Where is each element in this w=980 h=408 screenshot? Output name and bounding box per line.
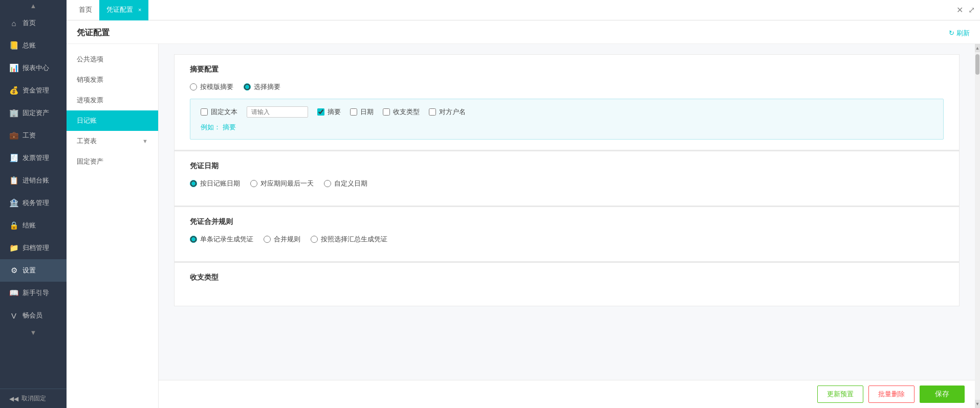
merge-rule-label: 合并规则 bbox=[274, 235, 300, 244]
counterpart-input[interactable] bbox=[429, 108, 436, 116]
sidebar-item-archive[interactable]: 📁归档管理 bbox=[0, 237, 67, 259]
sidebar-item-guide[interactable]: 📖新手引导 bbox=[0, 282, 67, 304]
counterpart-check[interactable]: 对方户名 bbox=[429, 107, 466, 117]
batch-delete-btn[interactable]: 批量删除 bbox=[868, 386, 914, 403]
select-mode-input[interactable] bbox=[244, 83, 251, 90]
sidebar-item-settings[interactable]: ⚙设置 bbox=[0, 259, 67, 282]
by-selection-radio[interactable]: 按照选择汇总生成凭证 bbox=[311, 235, 387, 244]
sidebar-item-funds[interactable]: 💰资金管理 bbox=[0, 79, 67, 102]
merge-rule-radio[interactable]: 合并规则 bbox=[264, 235, 300, 244]
bottom-bar: 更新预置 批量删除 保存 bbox=[159, 380, 975, 408]
summary-checkbox-row: 固定文本 摘要 日期 bbox=[201, 106, 933, 118]
maximize-window-btn[interactable]: ⤢ bbox=[968, 5, 975, 15]
income-type-input[interactable] bbox=[383, 108, 390, 116]
update-preview-btn[interactable]: 更新预置 bbox=[817, 386, 863, 403]
preview-label: 例如： bbox=[201, 123, 221, 131]
sidebar-label-vip: 畅会员 bbox=[23, 311, 42, 320]
left-nav-purchase-invoice[interactable]: 进项发票 bbox=[67, 90, 158, 110]
last-day-radio[interactable]: 对应期间最后一天 bbox=[250, 179, 314, 188]
sidebar-label-guide: 新手引导 bbox=[23, 288, 49, 298]
sidebar-item-home[interactable]: ⌂首页 bbox=[0, 12, 67, 34]
left-nav-label-fixed-assets: 固定资产 bbox=[77, 157, 103, 166]
by-journal-date-input[interactable] bbox=[190, 180, 197, 187]
by-journal-date-radio[interactable]: 按日记账日期 bbox=[190, 179, 240, 188]
by-selection-input[interactable] bbox=[311, 236, 318, 243]
counterpart-check-label: 对方户名 bbox=[439, 107, 466, 117]
summary-title: 摘要配置 bbox=[190, 65, 944, 74]
sidebar-icon-archive: 📁 bbox=[9, 243, 18, 253]
left-nav-label-payroll-table: 工资表 bbox=[77, 137, 97, 146]
sidebar-item-invoice-mgmt[interactable]: 🧾发票管理 bbox=[0, 147, 67, 169]
left-nav-fixed-assets[interactable]: 固定资产 bbox=[67, 151, 158, 172]
sidebar-label-ledger: 总账 bbox=[23, 41, 36, 50]
tab-voucher-config-tab[interactable]: 凭证配置× bbox=[99, 0, 148, 20]
sidebar-icon-invoice-mgmt: 🧾 bbox=[9, 153, 18, 163]
fixed-text-input[interactable] bbox=[201, 108, 208, 116]
sidebar-item-inout-ledger[interactable]: 📋进销台账 bbox=[0, 169, 67, 192]
left-nav-sales-invoice[interactable]: 销项发票 bbox=[67, 70, 158, 90]
single-record-radio[interactable]: 单条记录生成凭证 bbox=[190, 235, 253, 244]
custom-date-radio[interactable]: 自定义日期 bbox=[324, 179, 367, 188]
template-mode-label: 按模版摘要 bbox=[200, 82, 233, 92]
sidebar-unpin-label: 取消固定 bbox=[21, 394, 46, 403]
sidebar-icon-reports: 📊 bbox=[9, 63, 18, 73]
date-input[interactable] bbox=[350, 108, 357, 116]
income-type-section: 收支类型 bbox=[174, 262, 960, 306]
voucher-date-title: 凭证日期 bbox=[190, 162, 944, 171]
close-window-btn[interactable]: ✕ bbox=[956, 5, 963, 15]
sidebar-item-tax-mgmt[interactable]: 🏦税务管理 bbox=[0, 192, 67, 214]
voucher-date-section: 凭证日期 按日记账日期 对应期间最后一天 bbox=[174, 151, 960, 206]
refresh-icon: ↻ bbox=[949, 29, 954, 37]
left-nav: 公共选项销项发票进项发票日记账工资表▼固定资产 bbox=[67, 44, 159, 408]
sidebar-label-payroll: 工资 bbox=[23, 131, 36, 140]
page-header: 凭证配置 ↻ 刷新 bbox=[67, 20, 980, 44]
single-record-input[interactable] bbox=[190, 236, 197, 243]
date-check-label: 日期 bbox=[360, 107, 374, 117]
sidebar-unpin-btn[interactable]: ◀◀ 取消固定 bbox=[0, 389, 67, 408]
sidebar-icon-guide: 📖 bbox=[9, 288, 18, 298]
sidebar-scroll-down[interactable]: ▼ bbox=[0, 327, 67, 338]
template-mode-radio[interactable]: 按模版摘要 bbox=[190, 82, 233, 92]
scroll-thumb[interactable] bbox=[975, 54, 979, 75]
sidebar-label-settings: 设置 bbox=[23, 266, 36, 275]
scroll-up-btn[interactable]: ▲ bbox=[975, 44, 980, 52]
save-btn[interactable]: 保存 bbox=[920, 386, 965, 403]
fixed-text-check[interactable]: 固定文本 bbox=[201, 107, 237, 117]
sidebar-label-invoice-mgmt: 发票管理 bbox=[23, 153, 49, 163]
income-type-check[interactable]: 收支类型 bbox=[383, 107, 420, 117]
single-record-label: 单条记录生成凭证 bbox=[200, 235, 253, 244]
sidebar-icon-vip: V bbox=[9, 311, 18, 320]
left-nav-public[interactable]: 公共选项 bbox=[67, 49, 158, 70]
refresh-btn[interactable]: ↻ 刷新 bbox=[949, 29, 970, 38]
left-nav-journal[interactable]: 日记账 bbox=[67, 110, 158, 131]
sidebar-item-ledger[interactable]: 📒总账 bbox=[0, 34, 67, 57]
summary-check[interactable]: 摘要 bbox=[317, 107, 341, 117]
sidebar-item-closing[interactable]: 🔒结账 bbox=[0, 214, 67, 237]
by-journal-date-label: 按日记账日期 bbox=[200, 179, 240, 188]
custom-date-input[interactable] bbox=[324, 180, 331, 187]
sidebar-item-assets[interactable]: 🏢固定资产 bbox=[0, 102, 67, 124]
sidebar-scroll-up[interactable]: ▲ bbox=[0, 0, 67, 12]
sidebar-label-archive: 归档管理 bbox=[23, 243, 49, 253]
sidebar-item-payroll[interactable]: 💼工资 bbox=[0, 124, 67, 147]
summary-input[interactable] bbox=[317, 108, 324, 116]
select-mode-radio[interactable]: 选择摘要 bbox=[244, 82, 280, 92]
sidebar-label-tax-mgmt: 税务管理 bbox=[23, 198, 49, 208]
summary-preview: 例如： 摘要 bbox=[201, 123, 933, 132]
main-area: 首页凭证配置× ✕ ⤢ 凭证配置 ↻ 刷新 公共选项销项发票进项发票日记账工资表… bbox=[67, 0, 980, 408]
sidebar-item-reports[interactable]: 📊报表中心 bbox=[0, 57, 67, 79]
scroll-down-btn[interactable]: ▼ bbox=[975, 400, 980, 408]
date-check[interactable]: 日期 bbox=[350, 107, 374, 117]
left-nav-payroll-table[interactable]: 工资表▼ bbox=[67, 131, 158, 151]
sidebar-label-home: 首页 bbox=[23, 18, 36, 28]
fixed-text-field[interactable] bbox=[247, 106, 308, 118]
sidebar-item-vip[interactable]: V畅会员 bbox=[0, 304, 67, 327]
tab-close-voucher-config-tab[interactable]: × bbox=[138, 7, 141, 13]
page-title: 凭证配置 bbox=[77, 28, 110, 38]
merge-rule-input[interactable] bbox=[264, 236, 271, 243]
tab-home-tab[interactable]: 首页 bbox=[72, 0, 99, 20]
income-type-check-label: 收支类型 bbox=[393, 107, 420, 117]
summary-mode-row: 按模版摘要 选择摘要 bbox=[190, 82, 944, 92]
last-day-input[interactable] bbox=[250, 180, 257, 187]
template-mode-input[interactable] bbox=[190, 83, 197, 90]
